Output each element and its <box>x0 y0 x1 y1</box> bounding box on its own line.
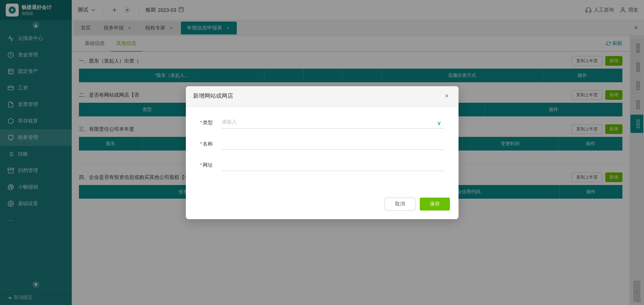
type-input[interactable] <box>222 117 444 126</box>
name-input[interactable] <box>222 139 444 147</box>
dialog-overlay[interactable]: 新增网站或网店 × *类型 ∨ *名称 <box>0 0 644 305</box>
dialog-header: 新增网站或网店 × <box>186 86 459 107</box>
dialog-body: *类型 ∨ *名称 *网址 <box>186 107 459 192</box>
url-label: *网址 <box>200 162 222 168</box>
form-field-name: *名称 <box>200 139 444 150</box>
type-label: *类型 <box>200 120 222 126</box>
url-input[interactable] <box>222 160 444 168</box>
dialog-close-btn[interactable]: × <box>443 92 451 101</box>
save-button[interactable]: 保存 <box>420 198 450 211</box>
name-input-wrap <box>222 139 444 150</box>
dialog-footer: 取消 保存 <box>186 192 459 219</box>
cancel-button[interactable]: 取消 <box>385 198 415 211</box>
name-label: *名称 <box>200 141 222 147</box>
add-website-dialog: 新增网站或网店 × *类型 ∨ *名称 <box>186 86 459 219</box>
url-input-wrap <box>222 160 444 171</box>
form-field-type: *类型 ∨ <box>200 117 444 129</box>
type-dropdown-icon[interactable]: ∨ <box>437 119 441 126</box>
type-input-wrap: ∨ <box>222 117 444 129</box>
dialog-title: 新增网站或网店 <box>193 92 233 100</box>
form-field-url: *网址 <box>200 160 444 171</box>
